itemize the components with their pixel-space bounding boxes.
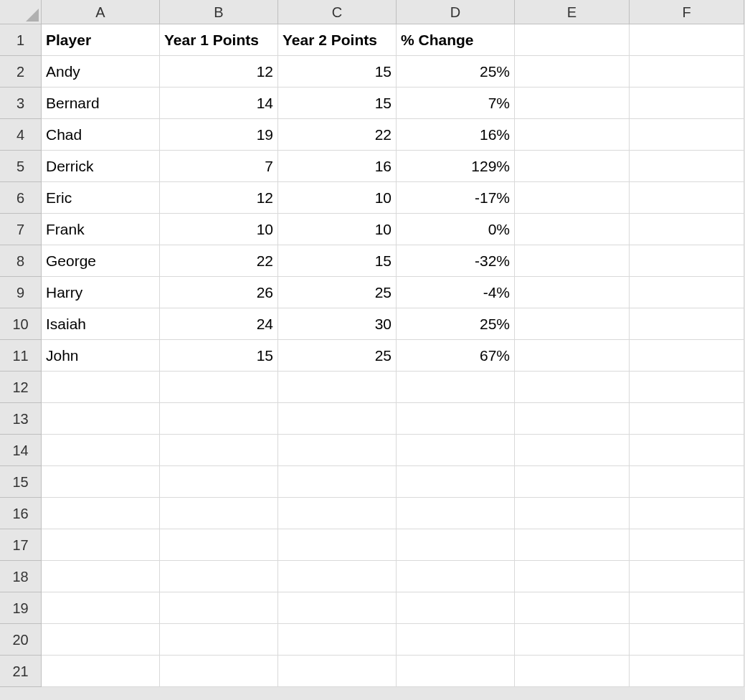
cell-C15[interactable]	[278, 466, 397, 498]
cell-E14[interactable]	[515, 435, 630, 466]
column-header-a[interactable]: A	[42, 0, 160, 24]
cell-D4[interactable]: 16%	[397, 119, 515, 151]
cell-D15[interactable]	[397, 466, 515, 498]
cell-C10[interactable]: 30	[278, 308, 397, 340]
cell-D10[interactable]: 25%	[397, 308, 515, 340]
cell-B21[interactable]	[160, 656, 278, 687]
cell-F15[interactable]	[630, 466, 744, 498]
cell-F7[interactable]	[630, 214, 744, 245]
cell-D19[interactable]	[397, 592, 515, 624]
cell-A3[interactable]: Bernard	[42, 88, 160, 119]
row-header-13[interactable]: 13	[0, 403, 42, 435]
row-header-15[interactable]: 15	[0, 466, 42, 498]
cell-B5[interactable]: 7	[160, 151, 278, 182]
row-header-2[interactable]: 2	[0, 56, 42, 88]
row-header-3[interactable]: 3	[0, 88, 42, 119]
cell-A21[interactable]	[42, 656, 160, 687]
cell-E5[interactable]	[515, 151, 630, 182]
cell-A9[interactable]: Harry	[42, 277, 160, 308]
cell-C16[interactable]	[278, 498, 397, 529]
cell-B1[interactable]: Year 1 Points	[160, 24, 278, 56]
cell-F8[interactable]	[630, 245, 744, 277]
cell-B14[interactable]	[160, 435, 278, 466]
row-header-7[interactable]: 7	[0, 214, 42, 245]
cell-A16[interactable]	[42, 498, 160, 529]
cell-D16[interactable]	[397, 498, 515, 529]
cell-F6[interactable]	[630, 182, 744, 214]
cell-C12[interactable]	[278, 372, 397, 403]
cell-E17[interactable]	[515, 529, 630, 561]
row-header-1[interactable]: 1	[0, 24, 42, 56]
cell-C14[interactable]	[278, 435, 397, 466]
cell-D14[interactable]	[397, 435, 515, 466]
cell-A5[interactable]: Derrick	[42, 151, 160, 182]
cell-F4[interactable]	[630, 119, 744, 151]
cell-F9[interactable]	[630, 277, 744, 308]
cell-C21[interactable]	[278, 656, 397, 687]
cell-B4[interactable]: 19	[160, 119, 278, 151]
cell-C7[interactable]: 10	[278, 214, 397, 245]
row-header-19[interactable]: 19	[0, 592, 42, 624]
cell-A19[interactable]	[42, 592, 160, 624]
cell-D17[interactable]	[397, 529, 515, 561]
cell-A13[interactable]	[42, 403, 160, 435]
cell-E4[interactable]	[515, 119, 630, 151]
cell-A4[interactable]: Chad	[42, 119, 160, 151]
cell-D6[interactable]: -17%	[397, 182, 515, 214]
cell-C5[interactable]: 16	[278, 151, 397, 182]
cell-B18[interactable]	[160, 561, 278, 592]
cell-E20[interactable]	[515, 624, 630, 656]
cell-B8[interactable]: 22	[160, 245, 278, 277]
cell-F19[interactable]	[630, 592, 744, 624]
cell-F16[interactable]	[630, 498, 744, 529]
cell-E12[interactable]	[515, 372, 630, 403]
cell-D13[interactable]	[397, 403, 515, 435]
cell-E1[interactable]	[515, 24, 630, 56]
cell-F10[interactable]	[630, 308, 744, 340]
cell-B12[interactable]	[160, 372, 278, 403]
row-header-4[interactable]: 4	[0, 119, 42, 151]
column-header-c[interactable]: C	[278, 0, 397, 24]
cell-F5[interactable]	[630, 151, 744, 182]
column-header-e[interactable]: E	[515, 0, 630, 24]
cell-D18[interactable]	[397, 561, 515, 592]
cell-E8[interactable]	[515, 245, 630, 277]
cell-B16[interactable]	[160, 498, 278, 529]
row-header-17[interactable]: 17	[0, 529, 42, 561]
cell-D1[interactable]: % Change	[397, 24, 515, 56]
cell-F14[interactable]	[630, 435, 744, 466]
row-header-8[interactable]: 8	[0, 245, 42, 277]
cell-B9[interactable]: 26	[160, 277, 278, 308]
cell-E13[interactable]	[515, 403, 630, 435]
row-header-12[interactable]: 12	[0, 372, 42, 403]
cell-A7[interactable]: Frank	[42, 214, 160, 245]
cell-E6[interactable]	[515, 182, 630, 214]
cell-E21[interactable]	[515, 656, 630, 687]
cell-A2[interactable]: Andy	[42, 56, 160, 88]
row-header-10[interactable]: 10	[0, 308, 42, 340]
cell-A10[interactable]: Isaiah	[42, 308, 160, 340]
cell-E18[interactable]	[515, 561, 630, 592]
select-all-corner[interactable]	[0, 0, 42, 24]
cell-B10[interactable]: 24	[160, 308, 278, 340]
cell-D9[interactable]: -4%	[397, 277, 515, 308]
cell-D7[interactable]: 0%	[397, 214, 515, 245]
cell-A6[interactable]: Eric	[42, 182, 160, 214]
cell-B13[interactable]	[160, 403, 278, 435]
row-header-21[interactable]: 21	[0, 656, 42, 687]
cell-B19[interactable]	[160, 592, 278, 624]
cell-D11[interactable]: 67%	[397, 340, 515, 372]
cell-C2[interactable]: 15	[278, 56, 397, 88]
cell-D8[interactable]: -32%	[397, 245, 515, 277]
cell-A14[interactable]	[42, 435, 160, 466]
cell-C6[interactable]: 10	[278, 182, 397, 214]
cell-D20[interactable]	[397, 624, 515, 656]
cell-E16[interactable]	[515, 498, 630, 529]
cell-B15[interactable]	[160, 466, 278, 498]
cell-F2[interactable]	[630, 56, 744, 88]
row-header-16[interactable]: 16	[0, 498, 42, 529]
cell-E3[interactable]	[515, 88, 630, 119]
cell-C8[interactable]: 15	[278, 245, 397, 277]
row-header-9[interactable]: 9	[0, 277, 42, 308]
cell-C17[interactable]	[278, 529, 397, 561]
